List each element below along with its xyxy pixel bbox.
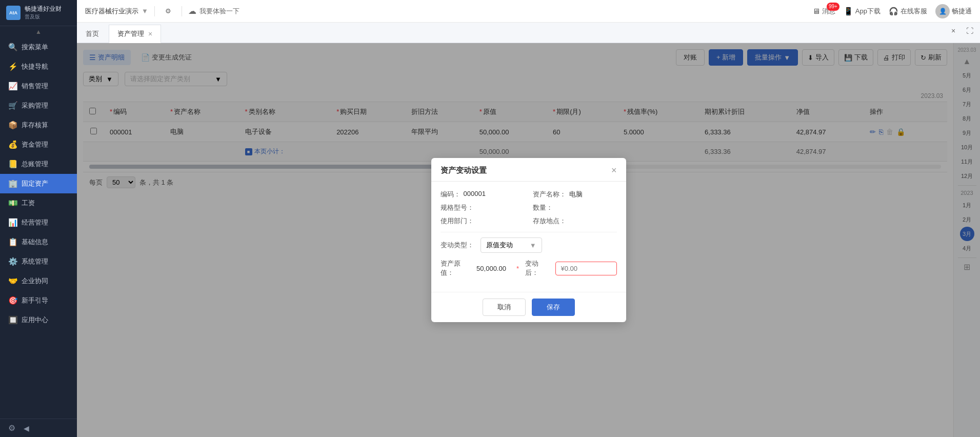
logo-icon: AtA	[6, 6, 21, 20]
modal-field-department: 使用部门：	[441, 216, 525, 226]
save-button[interactable]: 保存	[532, 299, 575, 316]
sidebar-item-basic-info[interactable]: 📋 基础信息	[0, 232, 77, 252]
app-center-icon: 🔲	[8, 315, 17, 325]
sidebar-item-operations[interactable]: 📊 经营管理	[0, 213, 77, 232]
sidebar-bottom: ⚙ ◀	[0, 419, 77, 437]
modal-header: 资产变动设置 ×	[431, 158, 626, 182]
change-type-select[interactable]: 原值变动 ▼	[481, 237, 542, 253]
after-change-input[interactable]	[555, 262, 617, 275]
tab-close-icon[interactable]: ×	[148, 30, 152, 38]
maximize-window-btn[interactable]: ⛶	[964, 25, 976, 37]
modal-field-code: 编码： 000001	[441, 190, 525, 199]
sidebar-settings-icon[interactable]: ⚙	[8, 423, 15, 433]
notification-badge: 99+	[827, 3, 839, 11]
sidebar-item-fixed-assets[interactable]: 🏢 固定资产	[0, 174, 77, 193]
sidebar-item-quick-nav[interactable]: ⚡ 快捷导航	[0, 57, 77, 76]
select-dropdown-icon: ▼	[530, 242, 536, 249]
company-name: 医疗器械行业演示 ▼	[85, 7, 148, 16]
sidebar-item-app-center[interactable]: 🔲 应用中心	[0, 310, 77, 330]
cancel-button[interactable]: 取消	[483, 299, 526, 316]
guide-icon: 🎯	[8, 296, 17, 305]
online-service-btn[interactable]: 🎧 在线客服	[889, 7, 927, 16]
modal-title: 资产变动设置	[441, 166, 487, 175]
tab-asset-management[interactable]: 资产管理 ×	[109, 25, 161, 43]
sidebar-item-search[interactable]: 🔍 搜索菜单	[0, 37, 77, 57]
asset-change-modal: 资产变动设置 × 编码： 000001 资产名称： 电脑	[431, 158, 626, 322]
topbar-divider	[154, 6, 155, 16]
headset-icon: 🎧	[889, 7, 898, 16]
operations-icon: 📊	[8, 218, 17, 227]
modal-divider	[441, 232, 617, 232]
sales-icon: 📈	[8, 82, 17, 91]
modal-field-location: 存放地点：	[533, 216, 617, 226]
app-download-btn[interactable]: 📱 App下载	[844, 7, 881, 16]
mobile-icon: 📱	[844, 7, 853, 16]
app-logo: AtA 畅捷通好业财 普及版	[0, 0, 77, 26]
notifications-btn[interactable]: 🖥 消息 99+	[812, 7, 835, 16]
purchase-icon: 🛒	[8, 101, 17, 110]
search-icon: 🔍	[8, 43, 17, 52]
quick-nav-icon: ⚡	[8, 62, 17, 71]
modal-info-grid: 编码： 000001 资产名称： 电脑 规格型号： 数量：	[441, 190, 617, 226]
tab-home[interactable]: 首页	[77, 24, 108, 43]
sidebar: AtA 畅捷通好业财 普及版 ▲ 🔍 搜索菜单 ⚡ 快捷导航 📈 销售管理 🛒 …	[0, 0, 77, 437]
topbar-settings-icon[interactable]: ⚙	[161, 4, 175, 18]
topbar-divider2	[182, 6, 182, 16]
after-change-label: 变动后：	[525, 259, 549, 277]
sidebar-scroll-up[interactable]: ▲	[0, 26, 77, 37]
cloud-icon: ☁	[188, 6, 196, 16]
modal-body: 编码： 000001 资产名称： 电脑 规格型号： 数量：	[431, 182, 626, 292]
modal-change-type-row: 变动类型： 原值变动 ▼	[441, 237, 617, 253]
topbar-right: 🖥 消息 99+ 📱 App下载 🎧 在线客服 👤 畅捷通	[812, 4, 972, 18]
sidebar-item-purchase[interactable]: 🛒 采购管理	[0, 96, 77, 115]
modal-original-value-row: 资产原值： 50,000.00 * 变动后：	[441, 259, 617, 277]
modal-overlay: 资产变动设置 × 编码： 000001 资产名称： 电脑	[77, 43, 980, 437]
finance-icon: 💰	[8, 140, 17, 149]
sidebar-item-finance[interactable]: 💰 资金管理	[0, 135, 77, 154]
modal-field-spec: 规格型号：	[441, 203, 525, 212]
salary-icon: 💵	[8, 198, 17, 208]
sidebar-item-salary[interactable]: 💵 工资	[0, 193, 77, 213]
sidebar-item-system[interactable]: ⚙️ 系统管理	[0, 252, 77, 271]
inventory-icon: 📦	[8, 121, 17, 130]
app-version: 普及版	[25, 13, 62, 21]
topbar: 医疗器械行业演示 ▼ ⚙ ☁ 我要体验一下 🖥 消息 99+ 📱 App下载 🎧…	[77, 0, 980, 23]
experience-btn[interactable]: ☁ 我要体验一下	[188, 6, 239, 16]
content-area: ☰ 资产明细 📄 变更生成凭证 对账 + 新增 批量操作 ▼	[77, 43, 980, 437]
required-star: *	[516, 265, 519, 272]
notification-icon: 🖥	[812, 7, 820, 15]
ledger-icon: 📒	[8, 160, 17, 169]
modal-close-btn[interactable]: ×	[611, 165, 617, 176]
fixed-assets-icon: 🏢	[8, 179, 17, 188]
sidebar-collapse-icon[interactable]: ◀	[24, 424, 29, 432]
enterprise-icon: 🤝	[8, 276, 17, 286]
modal-field-asset-name: 资产名称： 电脑	[533, 190, 617, 199]
sidebar-item-guide[interactable]: 🎯 新手引导	[0, 291, 77, 310]
sidebar-item-sales[interactable]: 📈 销售管理	[0, 76, 77, 96]
modal-field-quantity: 数量：	[533, 203, 617, 212]
user-profile-btn[interactable]: 👤 畅捷通	[935, 4, 972, 18]
sidebar-menu: 🔍 搜索菜单 ⚡ 快捷导航 📈 销售管理 🛒 采购管理 📦 库存核算 💰 资金管…	[0, 37, 77, 419]
tabbar: 首页 资产管理 × × ⛶	[77, 23, 980, 43]
window-controls: × ⛶	[947, 25, 976, 37]
dropdown-icon[interactable]: ▼	[142, 7, 148, 15]
sidebar-item-ledger[interactable]: 📒 总账管理	[0, 154, 77, 174]
main-area: 医疗器械行业演示 ▼ ⚙ ☁ 我要体验一下 🖥 消息 99+ 📱 App下载 🎧…	[77, 0, 980, 437]
avatar: 👤	[935, 4, 950, 18]
system-icon: ⚙️	[8, 257, 17, 266]
sidebar-item-enterprise[interactable]: 🤝 企业协同	[0, 271, 77, 291]
modal-footer: 取消 保存	[431, 292, 626, 322]
sidebar-item-inventory[interactable]: 📦 库存核算	[0, 115, 77, 135]
basic-info-icon: 📋	[8, 237, 17, 247]
modal-original-value: 50,000.00	[476, 265, 506, 272]
close-window-btn[interactable]: ×	[947, 25, 959, 37]
app-name: 畅捷通好业财	[25, 5, 62, 13]
